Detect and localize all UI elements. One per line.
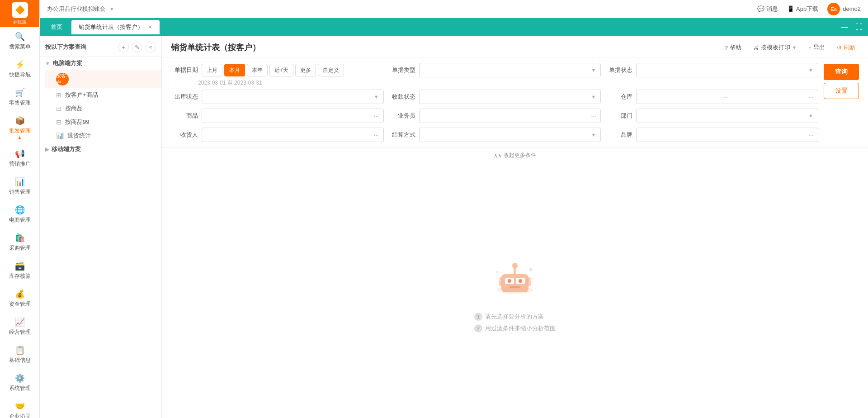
system-icon: ⚙️ — [15, 373, 25, 383]
receive-status-select[interactable]: ▼ — [419, 90, 601, 104]
salesman-input[interactable]: ··· — [419, 109, 601, 123]
settlement-select[interactable]: ▼ — [419, 128, 601, 142]
sidebar-item-quick-nav[interactable]: ⚡ 快捷导航 — [0, 55, 40, 83]
settlement-chevron: ▼ — [591, 132, 596, 138]
set-button[interactable]: 设置 — [824, 83, 859, 99]
goods-input[interactable]: ··· — [202, 109, 384, 123]
topbar-left: 办公用品行业模拟账套 ▼ — [47, 5, 114, 13]
sidebar-item-cooperation[interactable]: 🤝 企业协同 — [0, 397, 40, 418]
department-label: 部门 — [605, 112, 632, 120]
goods-dots: ··· — [374, 113, 379, 119]
scheme-return-stat[interactable]: 📊 退货统计 — [45, 129, 161, 142]
refresh-btn[interactable]: ↺ 刷新 — [833, 42, 859, 53]
content-area: 按以下方案查询 + ✎ « ▼ 电脑端方案 按客户 ⊞ 按客户+商品 — [40, 36, 868, 418]
sidebar-item-basic[interactable]: 📋 基础信息 — [0, 341, 40, 369]
page-actions: ? 帮助 🖨 按模板打印 ▼ ↑ 导出 ↺ 刷新 — [721, 42, 859, 53]
tab-maximize-btn[interactable]: ⛶ — [854, 21, 864, 33]
receiver-input[interactable]: ··· — [202, 128, 384, 142]
svg-point-4 — [508, 279, 511, 283]
sidebar-item-retail[interactable]: 🛒 零售管理 — [0, 83, 40, 111]
sidebar-item-business[interactable]: 📈 经营管理 — [0, 313, 40, 341]
date-btn-this-month[interactable]: 本月 — [224, 64, 245, 76]
receiver-label: 收货人 — [171, 131, 198, 139]
empty-hints: 1 请先选择要分析的方案 2 用过滤条件来缩小分析范围 — [474, 313, 556, 332]
collapse-panel-btn[interactable]: « — [145, 42, 156, 52]
export-icon: ↑ — [809, 44, 812, 51]
svg-rect-9 — [514, 267, 516, 275]
topbar: 办公用品行业模拟账套 ▼ 💬 消息 📱 App下载 Ea demo2 — [40, 0, 868, 18]
sidebar-item-purchase[interactable]: 🛍️ 采购管理 — [0, 228, 40, 256]
filter-row-4: 收货人 ··· 结算方式 ▼ — [171, 128, 818, 142]
app-selector-chevron[interactable]: ▼ — [109, 6, 114, 12]
business-icon: 📈 — [15, 317, 25, 327]
receiver-dots: ··· — [374, 132, 379, 138]
tree-mobile-scheme[interactable]: ▶ 移动端方案 — [40, 142, 161, 156]
filter-section: 单据日期 上月 本月 本年 近7天 更多 自定义 — [171, 63, 859, 142]
collapse-bar[interactable]: ∧∧ 收起更多条件 — [162, 148, 868, 163]
brand-label: 品牌 — [605, 131, 632, 139]
logo-icon: 🔶 — [12, 2, 28, 18]
topbar-right: 💬 消息 📱 App下载 Ea demo2 — [757, 3, 861, 15]
scheme-by-goods[interactable]: ⊟ 按商品 — [45, 102, 161, 115]
sidebar-item-finance[interactable]: 💰 资金管理 — [0, 285, 40, 313]
receive-status-chevron: ▼ — [591, 94, 596, 100]
tab-sales-stat[interactable]: 销货单统计表（按客户） ✕ — [71, 20, 160, 34]
doc-status-label: 单据状态 — [605, 66, 632, 74]
left-panel-header: 按以下方案查询 + ✎ « — [40, 36, 161, 57]
print-icon: 🖨 — [753, 44, 759, 51]
sidebar-item-wholesale[interactable]: 📦 批发管理 ▲ — [0, 111, 40, 144]
date-btn-custom[interactable]: 自定义 — [318, 64, 344, 76]
tree-expand-icon: ▼ — [45, 61, 50, 66]
template-print-btn[interactable]: 🖨 按模板打印 ▼ — [750, 42, 801, 53]
add-scheme-btn[interactable]: + — [118, 42, 129, 52]
date-btn-last-7[interactable]: 近7天 — [269, 64, 293, 76]
empty-illustration — [488, 249, 542, 304]
doc-status-select[interactable]: ▼ — [636, 63, 818, 77]
department-select[interactable]: ▼ — [636, 109, 818, 123]
scheme-by-customer[interactable]: 按客户 — [45, 70, 161, 88]
filter-row-2: 出库状态 ▼ 收款状态 ▼ — [171, 90, 818, 104]
marketing-icon: 📢 — [15, 149, 25, 159]
sidebar-item-sales[interactable]: 📊 销售管理 — [0, 172, 40, 200]
svg-rect-7 — [499, 277, 503, 286]
tab-minimize-btn[interactable]: — — [839, 21, 850, 33]
edit-scheme-btn[interactable]: ✎ — [132, 42, 142, 52]
message-btn[interactable]: 💬 消息 — [757, 5, 778, 13]
export-btn[interactable]: ↑ 导出 — [805, 42, 829, 53]
message-icon: 💬 — [757, 5, 764, 12]
sidebar-item-inventory[interactable]: 🗃️ 库存核算 — [0, 256, 40, 285]
query-button[interactable]: 查询 — [824, 64, 859, 80]
help-btn[interactable]: ? 帮助 — [721, 42, 745, 53]
out-status-group: 出库状态 ▼ — [171, 90, 384, 104]
logo-text: 标账版 — [13, 19, 27, 25]
brand-group: 品牌 ··· — [605, 128, 818, 142]
sidebar-item-marketing[interactable]: 📢 营销推广 — [0, 144, 40, 172]
date-btn-last-month[interactable]: 上月 — [202, 64, 222, 76]
user-area[interactable]: Ea demo2 — [827, 3, 861, 15]
app-download-btn[interactable]: 📱 App下载 — [787, 5, 818, 13]
tabbar-actions: — ⛶ — [839, 21, 864, 33]
scheme-by-goods-99[interactable]: ⊟ 按商品99 — [45, 115, 161, 129]
finance-icon: 💰 — [15, 289, 25, 299]
sidebar-item-search[interactable]: 🔍 搜索菜单 — [0, 27, 40, 55]
department-group: 部门 ▼ — [605, 109, 818, 123]
date-btn-more[interactable]: 更多 — [295, 64, 316, 76]
main-area: 办公用品行业模拟账套 ▼ 💬 消息 📱 App下载 Ea demo2 首页 — [40, 0, 868, 418]
tab-close-icon[interactable]: ✕ — [148, 24, 152, 30]
tab-home[interactable]: 首页 — [43, 20, 70, 34]
sidebar-item-system[interactable]: ⚙️ 系统管理 — [0, 369, 40, 397]
tree-desktop-children: 按客户 ⊞ 按客户+商品 ⊟ 按商品 ⊟ 按商品99 📊 退货统计 — [40, 70, 161, 142]
date-filter-group: 单据日期 上月 本月 本年 近7天 更多 自定义 — [171, 64, 384, 76]
scheme-by-customer-goods[interactable]: ⊞ 按客户+商品 — [45, 88, 161, 102]
tree-desktop-scheme[interactable]: ▼ 电脑端方案 — [40, 57, 161, 70]
empty-state: 1 请先选择要分析的方案 2 用过滤条件来缩小分析范围 — [162, 163, 868, 418]
doc-type-select[interactable]: ▼ — [419, 63, 601, 77]
svg-point-11 — [529, 268, 532, 271]
warehouse-group: 仓库 ··· — [605, 90, 818, 104]
date-btn-this-year[interactable]: 本年 — [247, 64, 268, 76]
brand-input[interactable]: ··· — [636, 128, 818, 142]
sidebar-item-ecommerce[interactable]: 🌐 电商管理 — [0, 200, 40, 228]
out-status-select[interactable]: ▼ — [202, 90, 384, 104]
warehouse-input[interactable]: ··· — [636, 90, 818, 104]
right-panel: 销货单统计表（按客户） ? 帮助 🖨 按模板打印 ▼ ↑ 导出 — [162, 36, 868, 418]
